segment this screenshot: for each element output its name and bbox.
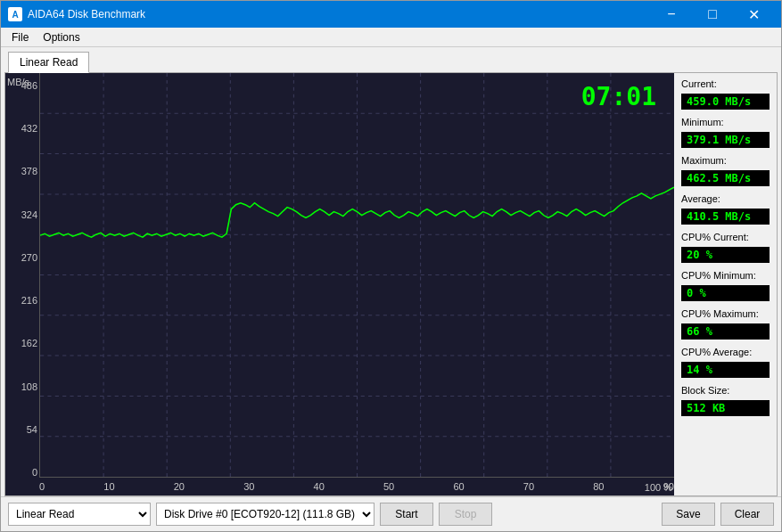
y-label-378: 378 xyxy=(7,166,37,176)
maximum-value: 462.5 MB/s xyxy=(681,170,770,186)
disk-dropdown[interactable]: Disk Drive #0 [ECOT920-12] (111.8 GB) xyxy=(156,503,375,526)
y-label-270: 270 xyxy=(7,252,37,263)
x-percent-label: 100 % xyxy=(645,482,672,493)
cpu-minimum-label: CPU% Minimum: xyxy=(681,270,770,281)
title-bar-left: A AIDA64 Disk Benchmark xyxy=(8,7,145,21)
clear-button[interactable]: Clear xyxy=(720,503,774,526)
title-bar: A AIDA64 Disk Benchmark − □ ✕ xyxy=(1,1,781,28)
close-button[interactable]: ✕ xyxy=(733,1,774,28)
tabs-bar: Linear Read xyxy=(1,47,781,72)
block-size-value: 512 KB xyxy=(681,400,770,416)
save-button[interactable]: Save xyxy=(662,503,715,526)
tab-linear-read[interactable]: Linear Read xyxy=(8,52,89,73)
main-content: MB/s 486 432 378 324 270 216 162 108 54 … xyxy=(4,72,778,496)
block-size-label: Block Size: xyxy=(681,385,770,396)
cpu-average-value: 14 % xyxy=(681,362,770,378)
minimum-label: Minimum: xyxy=(681,117,770,127)
x-label-60: 60 xyxy=(453,481,464,492)
menu-file[interactable]: File xyxy=(4,28,36,46)
x-label-40: 40 xyxy=(314,481,325,492)
current-value: 459.0 MB/s xyxy=(681,94,770,110)
menu-options[interactable]: Options xyxy=(36,28,86,46)
cpu-current-value: 20 % xyxy=(681,247,770,263)
stop-button[interactable]: Stop xyxy=(439,503,492,526)
minimize-button[interactable]: − xyxy=(651,1,692,28)
y-label-162: 162 xyxy=(7,338,37,348)
timer-display: 07:01 xyxy=(581,82,656,111)
y-label-216: 216 xyxy=(7,295,37,306)
y-axis-labels: 486 432 378 324 270 216 162 108 54 0 xyxy=(5,73,39,495)
maximum-label: Maximum: xyxy=(681,155,770,166)
test-type-dropdown[interactable]: Linear Read Linear Write Random Read Ran… xyxy=(8,503,151,526)
y-label-108: 108 xyxy=(7,381,37,392)
cpu-current-label: CPU% Current: xyxy=(681,232,770,242)
y-label-486: 486 xyxy=(7,80,37,91)
minimum-value: 379.1 MB/s xyxy=(681,132,770,148)
x-label-50: 50 xyxy=(383,481,394,492)
x-axis-labels: 0 10 20 30 40 50 60 70 80 90 xyxy=(39,478,674,495)
y-label-432: 432 xyxy=(7,123,37,134)
chart-area: MB/s 486 432 378 324 270 216 162 108 54 … xyxy=(5,73,674,495)
x-label-20: 20 xyxy=(174,481,185,492)
cpu-average-label: CPU% Average: xyxy=(681,347,770,357)
cpu-maximum-label: CPU% Maximum: xyxy=(681,308,770,319)
average-value: 410.5 MB/s xyxy=(681,209,770,225)
right-panel: Current: 459.0 MB/s Minimum: 379.1 MB/s … xyxy=(674,73,777,495)
current-label: Current: xyxy=(681,78,770,89)
y-label-54: 54 xyxy=(7,424,37,435)
x-label-0: 0 xyxy=(39,481,45,492)
x-label-70: 70 xyxy=(523,481,534,492)
window-title: AIDA64 Disk Benchmark xyxy=(28,8,145,20)
start-button[interactable]: Start xyxy=(380,503,433,526)
average-label: Average: xyxy=(681,193,770,204)
cpu-minimum-value: 0 % xyxy=(681,285,770,301)
chart-svg xyxy=(40,73,674,477)
y-label-0: 0 xyxy=(7,467,37,478)
x-label-10: 10 xyxy=(103,481,114,492)
maximize-button[interactable]: □ xyxy=(692,1,733,28)
chart-plot xyxy=(39,73,674,478)
bottom-controls: Linear Read Linear Write Random Read Ran… xyxy=(1,496,781,531)
y-label-324: 324 xyxy=(7,209,37,220)
main-window: A AIDA64 Disk Benchmark − □ ✕ File Optio… xyxy=(0,0,782,532)
x-label-80: 80 xyxy=(593,481,604,492)
x-label-30: 30 xyxy=(243,481,254,492)
menu-bar: File Options xyxy=(1,28,781,47)
title-controls: − □ ✕ xyxy=(651,1,774,28)
cpu-maximum-value: 66 % xyxy=(681,323,770,340)
app-icon: A xyxy=(8,7,22,21)
